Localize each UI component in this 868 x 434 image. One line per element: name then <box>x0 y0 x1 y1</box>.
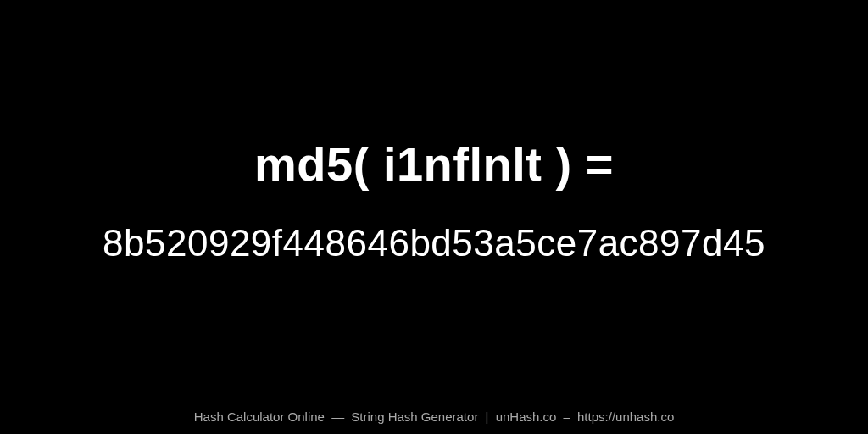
footer: Hash Calculator Online — String Hash Gen… <box>0 401 868 434</box>
footer-site-url: https://unhash.co <box>577 409 674 424</box>
hash-value: 8b520929f448646bd53a5ce7ac897d45 <box>103 222 765 264</box>
footer-separator: — <box>331 409 344 424</box>
footer-separator: | <box>486 409 489 424</box>
hash-display: md5( i1nflnlt ) = 8b520929f448646bd53a5c… <box>0 0 868 401</box>
footer-site-name: unHash.co <box>496 409 557 424</box>
footer-label-calculator: Hash Calculator Online <box>194 409 325 424</box>
footer-separator: – <box>564 409 570 424</box>
footer-label-generator: String Hash Generator <box>351 409 478 424</box>
hash-expression: md5( i1nflnlt ) = <box>254 136 614 192</box>
